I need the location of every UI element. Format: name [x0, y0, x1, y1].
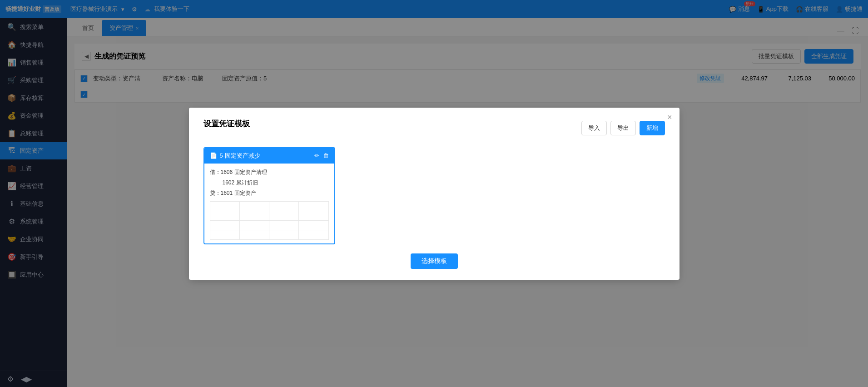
grid-cell — [299, 230, 328, 239]
grid-row — [210, 221, 328, 230]
template-name: 📄 5-固定资产减少 — [210, 152, 261, 160]
export-btn[interactable]: 导出 — [610, 121, 636, 135]
template-delete-icon[interactable]: 🗑 — [323, 152, 329, 159]
template-edit-icon[interactable]: ✏ — [314, 152, 319, 159]
grid-cell — [299, 211, 328, 220]
template-card: 📄 5-固定资产减少 ✏ 🗑 借：1606 固定资产清理 1602 累计折旧 贷… — [203, 147, 335, 244]
grid-row — [210, 230, 328, 239]
grid-row — [210, 202, 328, 211]
grid-cell — [210, 202, 240, 211]
dialog-actions: 导入 导出 新增 — [581, 121, 665, 135]
grid-cell — [240, 202, 269, 211]
set-voucher-template-dialog: × 设置凭证模板 导入 导出 新增 📄 5-固定资产减少 ✏ 🗑 — [189, 108, 680, 280]
template-grid — [210, 201, 329, 240]
grid-cell — [299, 202, 328, 211]
grid-cell — [299, 221, 328, 230]
grid-cell — [240, 230, 269, 239]
grid-cell — [269, 221, 299, 230]
entry-debit-1606: 借：1606 固定资产清理 — [210, 167, 329, 178]
grid-cell — [240, 221, 269, 230]
new-btn[interactable]: 新增 — [640, 121, 665, 135]
import-btn[interactable]: 导入 — [581, 121, 607, 135]
template-card-header: 📄 5-固定资产减少 ✏ 🗑 — [204, 148, 334, 164]
entry-credit-1601: 贷：1601 固定资产 — [210, 188, 329, 198]
dialog-header: 设置凭证模板 导入 导出 新增 — [203, 119, 665, 138]
grid-cell — [269, 211, 299, 220]
dialog-overlay: × 设置凭证模板 导入 导出 新增 📄 5-固定资产减少 ✏ 🗑 — [0, 0, 868, 387]
dialog-close-icon[interactable]: × — [667, 113, 672, 121]
grid-cell — [269, 230, 299, 239]
template-icon: 📄 — [210, 152, 217, 159]
dialog-title: 设置凭证模板 — [203, 119, 250, 129]
select-template-btn[interactable]: 选择模板 — [411, 253, 458, 269]
template-card-body: 借：1606 固定资产清理 1602 累计折旧 贷：1601 固定资产 — [204, 164, 334, 243]
grid-row — [210, 211, 328, 221]
grid-cell — [210, 230, 240, 239]
grid-cell — [269, 202, 299, 211]
grid-cell — [210, 221, 240, 230]
grid-cell — [240, 211, 269, 220]
entry-1602: 1602 累计折旧 — [210, 178, 329, 188]
grid-cell — [210, 211, 240, 220]
template-actions: ✏ 🗑 — [314, 152, 329, 159]
